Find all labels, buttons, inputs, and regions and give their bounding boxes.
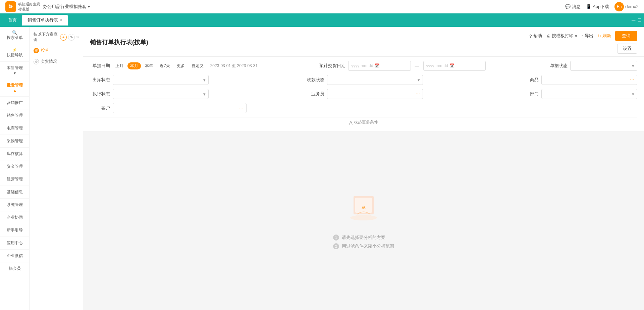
date-tab-custom[interactable]: 自定义 bbox=[189, 62, 206, 69]
date-tab-more[interactable]: 更多 bbox=[174, 62, 187, 69]
execution-select[interactable]: ▾ bbox=[113, 89, 209, 99]
expected-date-start[interactable]: yyyy-mm-dd 📅 bbox=[348, 61, 411, 71]
scheme-item-shortage[interactable]: ⊙ 欠货情况 bbox=[30, 56, 83, 67]
chevron-down-icon: ▾ bbox=[632, 63, 634, 68]
salesperson-dots-icon[interactable]: ··· bbox=[416, 91, 420, 97]
main-content: 1 请先选择要分析的方案 2 用过滤条件来缩小分析范围 bbox=[83, 131, 644, 310]
topbar-title[interactable]: 办公用品行业模拟账套 ▾ bbox=[43, 4, 90, 10]
sidebar-item-retail[interactable]: 零售管理 ▾ bbox=[0, 62, 29, 79]
sidebar-item-weixin[interactable]: 企业微信 bbox=[0, 250, 29, 262]
date-tab-this-month[interactable]: 本月 bbox=[127, 62, 141, 69]
tab-close-icon[interactable]: × bbox=[60, 18, 62, 22]
tabbar: 首页 销售订单执行表 × ─ □ bbox=[0, 13, 644, 27]
topbar: 好 畅捷通好生意 标准版 办公用品行业模拟账套 ▾ 💬 消息 📱 App下载 E… bbox=[0, 0, 644, 13]
sidebar-item-member[interactable]: 畅会员 bbox=[0, 262, 29, 275]
settings-button[interactable]: 设置 bbox=[617, 44, 637, 54]
sidebar-item-sales[interactable]: 销售管理 bbox=[0, 109, 29, 122]
salesperson-select[interactable]: ··· bbox=[327, 89, 423, 99]
chevron-down-icon: ▾ bbox=[14, 71, 16, 75]
help-button[interactable]: ? 帮助 bbox=[529, 33, 542, 39]
collapse-icon: ⋀ bbox=[349, 120, 353, 125]
left-panel-header: 按以下方案查询 + ✎ « bbox=[30, 30, 83, 45]
logo-icon: 好 bbox=[5, 1, 16, 12]
customer-label: 客户 bbox=[90, 105, 110, 111]
sidebar-item-guide[interactable]: 新手引导 bbox=[0, 224, 29, 237]
sidebar-item-enterprise[interactable]: 企业协同 bbox=[0, 211, 29, 224]
sidebar-item-inventory[interactable]: 库存核算 bbox=[0, 148, 29, 160]
payment-select[interactable]: ▾ bbox=[327, 75, 423, 85]
step-num-1: 1 bbox=[333, 235, 339, 241]
outbound-select[interactable]: ▾ bbox=[113, 75, 209, 85]
main-layout: 🔍 搜索菜单 ⚡ 快捷导航 零售管理 ▾ 批发管理 ▴ 营销推广 销售管理 电商… bbox=[0, 27, 644, 310]
sidebar-item-marketing[interactable]: 营销推广 bbox=[0, 97, 29, 109]
date-tab-this-year[interactable]: 本年 bbox=[142, 62, 156, 69]
department-select[interactable]: ▾ bbox=[541, 89, 637, 99]
filter-row-2: 出库状态 ▾ 收款状态 ▾ 商品 bbox=[90, 75, 637, 85]
tabbar-actions: ─ □ bbox=[632, 17, 641, 23]
help-icon: ? bbox=[529, 34, 532, 39]
message-icon: 💬 bbox=[565, 4, 571, 9]
tab-maximize-button[interactable]: □ bbox=[638, 17, 641, 23]
message-button[interactable]: 💬 消息 bbox=[565, 4, 581, 10]
empty-state: 1 请先选择要分析的方案 2 用过滤条件来缩小分析范围 bbox=[333, 189, 394, 252]
sidebar-item-purchase[interactable]: 采购管理 bbox=[0, 135, 29, 148]
goods-dots-icon[interactable]: ··· bbox=[630, 77, 634, 83]
chevron-down-icon: ▾ bbox=[632, 92, 634, 97]
export-icon: ↑ bbox=[581, 34, 584, 39]
query-button[interactable]: 查询 bbox=[615, 31, 637, 41]
left-panel-title: 按以下方案查询 bbox=[34, 32, 60, 43]
sidebar-item-basic-info[interactable]: 基础信息 bbox=[0, 186, 29, 199]
sidebar-item-apps[interactable]: 应用中心 bbox=[0, 237, 29, 250]
tab-minimize-button[interactable]: ─ bbox=[632, 17, 635, 23]
collapse-panel-button[interactable]: « bbox=[76, 34, 79, 41]
scheme-item-by-order[interactable]: 按 按单 bbox=[30, 45, 83, 56]
outbound-label: 出库状态 bbox=[90, 77, 110, 83]
sidebar-item-wholesale[interactable]: 批发管理 ▴ bbox=[0, 79, 29, 97]
quicknav-icon: ⚡ bbox=[1, 48, 28, 52]
svg-point-3 bbox=[363, 207, 365, 209]
sidebar-item-ecommerce[interactable]: 电商管理 bbox=[0, 122, 29, 135]
expected-date-end[interactable]: yyyy-mm-dd 📅 bbox=[423, 61, 486, 71]
expected-date-label: 预计交货日期 bbox=[319, 63, 345, 69]
calendar-icon: 📅 bbox=[375, 63, 380, 68]
filter-area: 单据日期 上月 本月 本年 近7天 更多 自定义 2023-03-01 至 20… bbox=[83, 57, 644, 131]
content-area: 按以下方案查询 + ✎ « 按 按单 ⊙ 欠货情况 bbox=[30, 27, 644, 310]
status-select[interactable]: ▾ bbox=[570, 61, 637, 71]
shortage-icon: ⊙ bbox=[34, 59, 39, 64]
sidebar-item-search[interactable]: 🔍 搜索菜单 bbox=[0, 27, 29, 44]
order-icon: 按 bbox=[34, 48, 39, 53]
chevron-down-icon: ▾ bbox=[203, 78, 206, 83]
print-icon: 🖨 bbox=[546, 34, 550, 39]
tab-sales-order[interactable]: 销售订单执行表 × bbox=[22, 15, 68, 25]
empty-icon bbox=[333, 189, 394, 229]
customer-dots-icon[interactable]: ··· bbox=[239, 105, 243, 111]
export-button[interactable]: ↑ 导出 bbox=[581, 33, 594, 39]
add-scheme-button[interactable]: + bbox=[60, 34, 67, 41]
chevron-down-icon: ▾ bbox=[88, 4, 90, 9]
refresh-button[interactable]: ↻ 刷新 bbox=[597, 33, 611, 39]
customer-select[interactable]: ··· bbox=[113, 103, 247, 113]
date-range-display: 2023-03-01 至 2023-03-31 bbox=[210, 63, 258, 69]
template-print-button[interactable]: 🖨 按模板打印 ▾ bbox=[546, 33, 577, 39]
goods-label: 商品 bbox=[519, 77, 539, 83]
edit-scheme-button[interactable]: ✎ bbox=[68, 34, 75, 41]
logo-text: 畅捷通好生意 标准版 bbox=[18, 2, 40, 11]
sidebar-item-quicknav[interactable]: ⚡ 快捷导航 bbox=[0, 44, 29, 62]
sidebar-item-operations[interactable]: 经营管理 bbox=[0, 173, 29, 186]
collapse-filter-button[interactable]: ⋀ 收起更多条件 bbox=[90, 117, 637, 127]
left-panel: 按以下方案查询 + ✎ « 按 按单 ⊙ 欠货情况 bbox=[30, 27, 83, 310]
sidebar-item-finance[interactable]: 资金管理 bbox=[0, 160, 29, 173]
step-num-2: 2 bbox=[333, 243, 339, 249]
user-profile[interactable]: Ea demo2 bbox=[614, 2, 639, 11]
date-tab-last-month[interactable]: 上月 bbox=[113, 62, 126, 69]
goods-select[interactable]: ··· bbox=[541, 75, 637, 85]
chevron-down-icon: ▾ bbox=[203, 92, 206, 97]
filter-row-4: 客户 ··· bbox=[90, 103, 637, 113]
empty-step-2: 2 用过滤条件来缩小分析范围 bbox=[333, 243, 394, 249]
app-download-button[interactable]: 📱 App下载 bbox=[586, 4, 609, 10]
tab-home[interactable]: 首页 bbox=[3, 15, 22, 25]
svg-point-0 bbox=[350, 215, 377, 220]
date-tabs: 上月 本月 本年 近7天 更多 自定义 2023-03-01 至 2023-03… bbox=[113, 62, 258, 69]
sidebar-item-system[interactable]: 系统管理 bbox=[0, 199, 29, 211]
date-tab-7days[interactable]: 近7天 bbox=[157, 62, 173, 69]
